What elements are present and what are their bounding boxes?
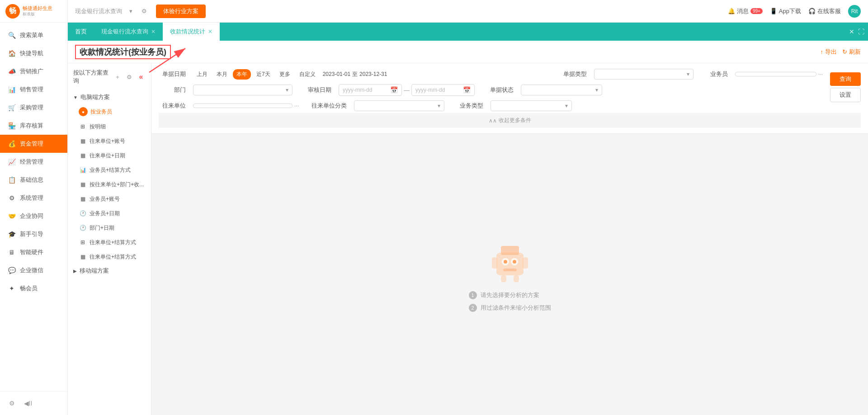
filter-row-3: 往来单位 ··· 往来单位分类 ▾	[159, 100, 823, 111]
scheme-item-salesman-settlement[interactable]: 📊 业务员+结算方式	[68, 163, 151, 177]
sidebar-item-marketing[interactable]: 📣 营销推广	[0, 62, 67, 80]
counterpart-type-select[interactable]: ▾	[354, 100, 444, 111]
voucher-type-arrow: ▾	[687, 71, 689, 77]
review-date-start[interactable]: yyyy-mm-dd 📅	[339, 84, 402, 96]
sidebar-item-inventory[interactable]: 🏪 库存核算	[0, 117, 67, 135]
scheme-item-unit-settlement2[interactable]: ▦ 往来单位+结算方式	[68, 250, 151, 264]
unit-settlement1-icon: ⊞	[79, 238, 87, 246]
home-icon: 🏠	[7, 49, 16, 58]
maximize-icon[interactable]: ⛶	[858, 28, 864, 35]
scheme-group-mobile-header[interactable]: ▶ 移动端方案	[68, 264, 151, 278]
trial-button[interactable]: 体验行业方案	[156, 5, 206, 18]
export-button[interactable]: ↑ 导出	[821, 48, 837, 56]
tip-number-1: 1	[469, 291, 477, 299]
scheme-item-unit-account[interactable]: ▦ 往来单位+账号	[68, 134, 151, 148]
tab-cashflow[interactable]: 现金银行流水查询 ✕	[94, 23, 163, 41]
logo-badge: 标准版	[23, 11, 52, 17]
set-button[interactable]: 设置	[830, 88, 861, 102]
date-tab-custom[interactable]: 自定义	[296, 69, 319, 80]
sidebar-item-basic[interactable]: 📋 基础信息	[0, 171, 67, 189]
date-tab-more[interactable]: 更多	[276, 69, 294, 80]
scheme-settings-btn[interactable]: ⚙	[125, 72, 134, 81]
sidebar-item-search[interactable]: 🔍 搜索菜单	[0, 26, 67, 44]
scheme-add-btn[interactable]: +	[113, 72, 122, 81]
empty-illustration	[483, 237, 537, 282]
salesman-select[interactable]	[735, 72, 816, 76]
sidebar-item-guide[interactable]: 🎓 新手引导	[0, 225, 67, 243]
sidebar-item-vip[interactable]: ✦ 畅会员	[0, 279, 67, 297]
scheme-item-salesman-account[interactable]: ▦ 业务员+账号	[68, 192, 151, 206]
cal-icon-end: 📅	[463, 86, 471, 94]
voucher-status-label: 单据状态	[482, 86, 514, 94]
scheme-header: 按以下方案查询 + ⚙ «	[68, 63, 151, 89]
scheme-item-unit-date[interactable]: ▦ 往来单位+日期	[68, 148, 151, 163]
sidebar-item-quicknav[interactable]: 🏠 快捷导航	[0, 44, 67, 62]
collapse-sidebar-icon[interactable]: ◀II	[22, 397, 34, 410]
business-type-select[interactable]: ▾	[491, 100, 572, 111]
tab-cashflow-close[interactable]: ✕	[151, 28, 156, 35]
notification-btn[interactable]: 🔔 消息 99+	[728, 7, 763, 15]
scheme-item-unit-settlement1[interactable]: ⊞ 往来单位+结算方式	[68, 235, 151, 250]
business-type-arrow: ▾	[565, 103, 568, 109]
notification-label: 消息	[737, 7, 749, 15]
voucher-status-select[interactable]: ▾	[521, 85, 602, 95]
filter-section: 单据日期 上月 本月 本年 近7天 更多 自定义	[151, 63, 868, 134]
user-avatar[interactable]: Rit	[848, 5, 861, 18]
dropdown-icon[interactable]: ▾	[129, 8, 132, 14]
date-tab-lastmonth[interactable]: 上月	[193, 69, 211, 80]
salesman-more-btn[interactable]: ···	[818, 71, 823, 77]
robot-svg	[483, 237, 537, 282]
collapse-bar[interactable]: ∧∧ 收起更多条件	[159, 113, 861, 128]
date-tabs: 上月 本月 本年 近7天 更多 自定义	[193, 69, 319, 80]
counterpart-select[interactable]	[193, 104, 292, 108]
svg-rect-10	[514, 275, 519, 282]
close-window-icon[interactable]: ✕	[849, 28, 854, 35]
review-date-end[interactable]: yyyy-mm-dd 📅	[411, 84, 475, 96]
sidebar-item-wechat[interactable]: 💬 企业微信	[0, 261, 67, 279]
logo-text: 畅捷通好生意	[23, 5, 52, 11]
salesman-date-icon: 🕐	[79, 209, 87, 217]
app-download-btn[interactable]: 📱 App下载	[770, 7, 801, 15]
topbar-right: 🔔 消息 99+ 📱 App下载 🎧 在线客服 Rit	[728, 5, 861, 18]
tab-home[interactable]: 首页	[68, 28, 94, 36]
svg-point-4	[504, 260, 507, 264]
collapse-icon: ∧∧	[489, 118, 497, 124]
date-tab-7days[interactable]: 近7天	[253, 69, 274, 80]
sidebar-item-operations[interactable]: 📈 经营管理	[0, 153, 67, 171]
svg-rect-6	[503, 269, 517, 271]
dept-date-icon: 🕐	[79, 224, 87, 232]
refresh-icon: ↻	[842, 48, 847, 55]
sidebar-item-system[interactable]: ⚙ 系统管理	[0, 189, 67, 207]
topbar-settings-icon[interactable]: ⚙	[140, 7, 149, 16]
tab-collection[interactable]: 收款情况统计 ✕	[163, 23, 220, 41]
settings-bottom-icon[interactable]: ⚙	[5, 397, 18, 410]
scheme-item-unit-dept-collect[interactable]: ▦ 按往来单位+部门+收...	[68, 177, 151, 192]
refresh-button[interactable]: ↻ 刷新	[842, 48, 861, 56]
sidebar-item-purchase[interactable]: 🛒 采购管理	[0, 99, 67, 117]
department-select[interactable]: ▾	[193, 85, 292, 95]
scheme-item-salesman-date[interactable]: 🕐 业务员+日期	[68, 206, 151, 221]
tip-number-2: 2	[469, 304, 477, 312]
sidebar-item-finance[interactable]: 💰 资金管理	[0, 135, 67, 153]
sidebar-item-sales[interactable]: 📊 销售管理	[0, 80, 67, 99]
review-date-label: 审核日期	[300, 86, 331, 94]
sidebar-item-hardware[interactable]: 🖥 智能硬件	[0, 243, 67, 261]
online-service-btn[interactable]: 🎧 在线客服	[808, 7, 841, 15]
sidebar-item-enterprise[interactable]: 🤝 企业协同	[0, 207, 67, 225]
tab-collection-close[interactable]: ✕	[208, 28, 212, 35]
counterpart-more-btn[interactable]: ···	[294, 103, 299, 109]
wechat-icon: 💬	[7, 266, 16, 275]
scheme-title: 按以下方案查询	[73, 69, 113, 85]
date-tab-thisyear[interactable]: 本年	[233, 69, 251, 80]
guide-icon: 🎓	[7, 230, 16, 239]
business-type-label: 业务类型	[452, 102, 483, 110]
notification-badge: 99+	[750, 8, 763, 14]
scheme-item-dept-date[interactable]: 🕐 部门+日期	[68, 221, 151, 235]
scheme-item-salesman[interactable]: ● 按业务员	[68, 104, 151, 119]
query-button[interactable]: 查询	[830, 72, 861, 86]
scheme-item-detail[interactable]: ⊞ 按明细	[68, 119, 151, 134]
date-tab-thismonth[interactable]: 本月	[213, 69, 231, 80]
scheme-group-desktop-header[interactable]: ▼ 电脑端方案	[68, 90, 151, 104]
scheme-collapse-btn[interactable]: «	[137, 72, 146, 81]
voucher-type-select[interactable]: ▾	[594, 69, 693, 80]
